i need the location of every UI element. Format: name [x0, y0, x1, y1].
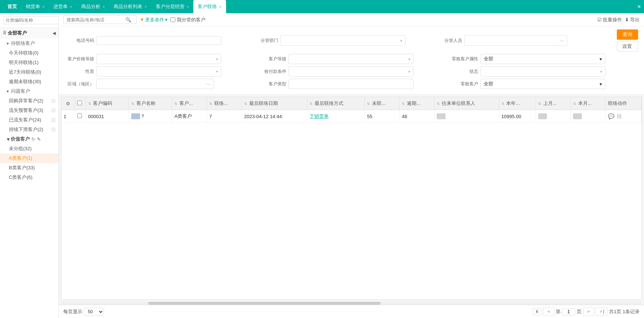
sidebar-group-pending[interactable]: ▼ 待联络客户 — [0, 39, 58, 48]
contact-person-block — [437, 113, 446, 119]
nav-tab-home[interactable]: 首页 — [3, 0, 21, 13]
name-color-block — [131, 113, 140, 119]
th-last-contact-date[interactable]: ⇅ 最后联络日期 — [242, 97, 307, 110]
total-pages-label: 页 — [577, 308, 582, 315]
this-month-block — [573, 113, 582, 119]
retail-attr-select[interactable]: 全部 ▾ — [480, 54, 605, 64]
th-gear[interactable]: ⚙ — [61, 97, 75, 110]
sidebar-all-customers[interactable]: ⠿ 全部客户 ◀ — [0, 28, 58, 39]
sidebar-item-tomorrow[interactable]: 明天待联络(1) — [0, 58, 58, 67]
scrollbar-thumb[interactable] — [148, 302, 380, 305]
close-purchase-icon[interactable]: × — [70, 4, 72, 9]
batch-op-button[interactable]: ☑ 批量操作 — [597, 17, 622, 23]
customer-type-select[interactable] — [289, 79, 414, 89]
link-icon[interactable]: ⛓ — [616, 113, 622, 119]
sort-icon-name: ⇅ — [131, 102, 134, 106]
row-checkbox[interactable] — [77, 113, 82, 118]
filter-field-customer-grade: 客户等级 ▾ — [257, 54, 446, 64]
export-button[interactable]: ⬇ 导出 — [625, 17, 640, 23]
sidebar-item-declining[interactable]: 持续下滑客户(2) ⓘ — [0, 125, 58, 134]
sidebar-item-churned[interactable]: 已流失客户(24) ⓘ — [0, 115, 58, 125]
filter-row-3: 性质 ▾ 收付款条件 ▾ 状态 — [65, 66, 638, 77]
page-controls: К ＜ 第 页 ＞ ＞| 共1页 1条记录 — [533, 307, 640, 316]
sidebar-item-today[interactable]: 今天待联络(0) — [0, 48, 58, 58]
collapse-icon[interactable]: ◀ — [53, 31, 56, 36]
manager-dots[interactable]: ··· — [560, 38, 564, 43]
sidebar-item-overdue[interactable]: 逾期未联络(30) — [0, 77, 58, 86]
sidebar-group-problem[interactable]: ▼ 问题客户 — [0, 86, 58, 96]
last-page-button[interactable]: ＞| — [595, 307, 608, 316]
next-page-button[interactable]: ＞ — [583, 307, 594, 316]
nav-tab-purchase[interactable]: 进货单 × — [49, 0, 76, 13]
page-number-input[interactable] — [562, 308, 575, 315]
filter-search-input[interactable] — [67, 17, 125, 22]
th-this-month[interactable]: ⇅ 本月... — [571, 97, 606, 110]
sidebar-item-class-a[interactable]: A类客户(1) — [0, 153, 58, 163]
th-overdue[interactable]: ⇅ 逾期... — [400, 97, 434, 110]
close-sales-icon[interactable]: × — [42, 4, 44, 9]
region-label: 区域（地区） — [65, 81, 94, 87]
select-all-checkbox[interactable] — [77, 100, 82, 105]
filter-more-btn[interactable]: ▼ 更多条件 ▾ — [140, 17, 168, 23]
chat-icon[interactable]: 💬 — [608, 113, 614, 119]
settings-button[interactable]: 设置 — [617, 41, 638, 52]
th-contact-count[interactable]: ⇅ 联络... — [207, 97, 242, 110]
sidebar-search-input[interactable] — [3, 16, 59, 24]
gear-icon[interactable]: ⚙ — [64, 101, 72, 106]
th-last-month[interactable]: ⇅ 上月... — [536, 97, 571, 110]
phone-input[interactable] — [96, 36, 221, 45]
sort-icon-last-month: ⇅ — [538, 102, 541, 106]
nature-select[interactable]: ▾ — [96, 66, 221, 77]
nav-tab-customer-tier[interactable]: 客户分层经营 × — [151, 0, 193, 13]
dept-select[interactable]: ▾ — [280, 35, 405, 46]
prev-page-button[interactable]: ＜ — [543, 307, 554, 316]
first-page-button[interactable]: К — [533, 308, 542, 315]
per-page-select[interactable]: 50 20 100 — [84, 308, 104, 316]
manager-select[interactable]: ··· — [464, 35, 567, 46]
payment-select[interactable]: ▾ — [289, 66, 414, 77]
last-month-block — [538, 113, 547, 119]
region-select[interactable]: ··· — [96, 79, 214, 89]
retail-customer-select[interactable]: 全部 ▾ — [480, 79, 605, 89]
price-grade-select[interactable]: ▾ — [96, 54, 221, 64]
nav-tab-analysis-list[interactable]: 商品分析列表 × — [109, 0, 151, 13]
search-button[interactable]: 查询 — [617, 29, 638, 40]
customer-grade-select[interactable]: ▾ — [289, 54, 414, 64]
td-row-actions: 💬 ⛓ — [605, 110, 641, 123]
last-contact-link[interactable]: 下销货单 — [310, 113, 329, 119]
refresh-icon[interactable]: ↻ — [31, 137, 35, 142]
td-no-contact: 55 — [365, 110, 400, 123]
th-this-year[interactable]: ⇅ 本年... — [499, 97, 536, 110]
status-select[interactable]: ▾ — [480, 66, 605, 77]
sidebar-item-unclassified[interactable]: 未分组(32) — [0, 144, 58, 153]
th-name[interactable]: ⇅ 客户名称 — [129, 97, 172, 110]
sidebar-item-class-b[interactable]: B类客户(33) — [0, 163, 58, 173]
th-customer-type[interactable]: ⇅ 客户... — [172, 97, 207, 110]
close-analysis-list-icon[interactable]: × — [144, 4, 147, 9]
th-code[interactable]: ⇅ 客户编码 — [86, 97, 129, 110]
filter-panel: 电话号码 分管部门 ▾ 分管人员 ··· — [59, 26, 644, 95]
sidebar-item-7days[interactable]: 近7天待联络(0) — [0, 67, 58, 77]
filter-field-dept: 分管部门 ▾ — [249, 35, 430, 46]
close-all-button[interactable]: × — [637, 3, 641, 11]
region-dots[interactable]: ··· — [206, 81, 211, 87]
close-customer-contact-icon[interactable]: × — [219, 4, 221, 9]
my-customers-filter[interactable]: 我分管的客户 — [171, 17, 205, 23]
filter-search-icon[interactable]: 🔍 — [125, 17, 131, 22]
my-customers-checkbox[interactable] — [171, 17, 175, 22]
nav-tab-sales[interactable]: 销货单 × — [21, 0, 49, 13]
nav-tab-analysis[interactable]: 商品分析 × — [77, 0, 109, 13]
th-no-contact[interactable]: ⇅ 未联... — [365, 97, 400, 110]
horizontal-scrollbar[interactable] — [61, 302, 642, 305]
sidebar-item-abnormal[interactable]: 回购异常客户(2) ⓘ — [0, 96, 58, 106]
th-contact-person[interactable]: ⇅ 往来单位联系人 — [434, 97, 499, 110]
close-analysis-icon[interactable]: × — [103, 4, 105, 9]
nav-tab-customer-contact[interactable]: 客户联络 × — [193, 0, 226, 13]
th-last-contact-method[interactable]: ⇅ 最后联络方式 — [307, 97, 365, 110]
sidebar-item-churn-warning[interactable]: 流失预警客户(3) ⓘ — [0, 106, 58, 115]
close-customer-tier-icon[interactable]: × — [187, 4, 189, 9]
sort-icon-type: ⇅ — [174, 102, 177, 106]
edit-icon[interactable]: ✎ — [37, 137, 41, 142]
sidebar-item-class-c[interactable]: C类客户(6) — [0, 173, 58, 182]
td-seq: 1 — [61, 110, 75, 123]
